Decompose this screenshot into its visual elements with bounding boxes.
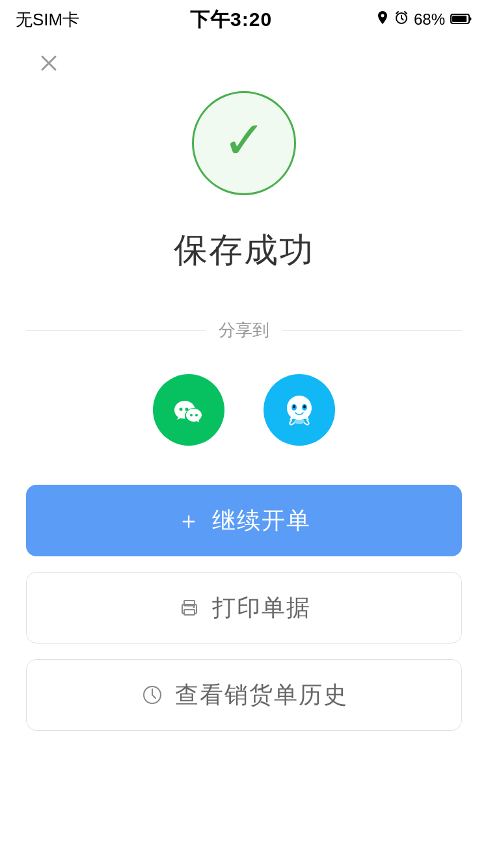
svg-point-11	[294, 419, 305, 424]
qq-share-button[interactable]	[264, 374, 335, 446]
share-section: 分享到	[0, 319, 488, 446]
divider-line-right	[282, 330, 462, 331]
print-button[interactable]: 打印单据	[26, 572, 462, 644]
clock-icon	[140, 683, 165, 707]
wechat-share-button[interactable]	[153, 374, 224, 446]
share-label: 分享到	[219, 319, 269, 342]
continue-label: 继续开单	[212, 505, 311, 537]
plus-icon: ＋	[177, 505, 202, 537]
continue-button[interactable]: ＋ 继续开单	[26, 485, 462, 556]
carrier-text: 无SIM卡	[16, 8, 79, 31]
status-time: 下午3:20	[190, 7, 272, 33]
battery-icon	[450, 10, 472, 29]
svg-rect-14	[184, 610, 195, 615]
svg-rect-2	[452, 16, 467, 22]
history-button[interactable]: 查看销货单历史	[26, 659, 462, 731]
svg-point-5	[190, 414, 193, 416]
checkmark-icon: ✓	[223, 115, 266, 167]
svg-point-10	[303, 405, 306, 409]
share-icons	[26, 374, 462, 446]
success-title: 保存成功	[174, 228, 314, 273]
svg-point-9	[293, 405, 295, 409]
close-button[interactable]	[33, 47, 65, 79]
svg-point-15	[193, 606, 195, 608]
action-buttons: ＋ 继续开单 打印单据 查看销货单历史	[0, 485, 488, 731]
location-icon	[376, 10, 389, 29]
status-left: 无SIM卡	[16, 8, 86, 31]
share-divider: 分享到	[26, 319, 462, 342]
alarm-icon	[394, 10, 409, 29]
main-content: ✓ 保存成功 分享到	[0, 39, 488, 731]
print-label: 打印单据	[212, 592, 311, 624]
divider-line-left	[26, 330, 206, 331]
status-right: 68%	[376, 10, 472, 29]
svg-point-3	[180, 408, 183, 411]
battery-text: 68%	[414, 10, 445, 29]
svg-point-6	[195, 414, 198, 416]
success-circle: ✓	[192, 91, 296, 195]
svg-point-4	[185, 408, 189, 411]
printer-icon	[177, 595, 202, 620]
history-label: 查看销货单历史	[175, 679, 348, 711]
status-bar: 无SIM卡 下午3:20 68%	[0, 0, 488, 39]
